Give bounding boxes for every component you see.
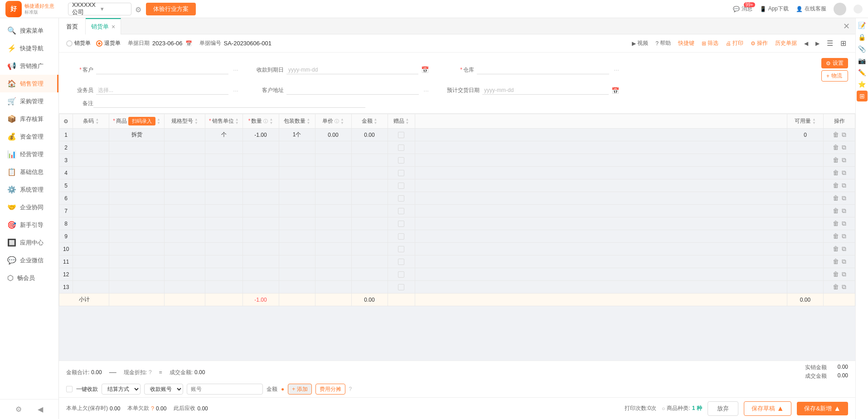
row-product[interactable]	[109, 167, 165, 179]
row-pack-qty[interactable]	[279, 243, 315, 255]
settings-icon[interactable]: ⚙	[135, 5, 142, 13]
gift-checkbox[interactable]	[398, 271, 404, 278]
list-view-button[interactable]: ☰	[825, 38, 835, 48]
row-copy-icon[interactable]: ⧉	[842, 245, 846, 253]
operate-button[interactable]: ⚙ 操作	[749, 39, 770, 48]
sidebar-item-marketing[interactable]: 📢 营销推广	[0, 57, 58, 75]
warehouse-input[interactable]: 建材仓	[477, 66, 609, 74]
row-unit[interactable]	[205, 243, 242, 255]
right-panel-grid-btn[interactable]: ⊞	[857, 91, 868, 101]
row-qty[interactable]	[242, 179, 279, 192]
sidebar-item-sales[interactable]: 🏠 销售管理	[0, 75, 58, 92]
sidebar-item-shortcut[interactable]: ⚡ 快捷导航	[0, 39, 58, 57]
sidebar-item-basic[interactable]: 📋 基础信息	[0, 163, 58, 181]
sidebar-item-search[interactable]: 🔍 搜索菜单	[0, 22, 58, 39]
row-unit-price[interactable]	[315, 154, 351, 167]
row-gift[interactable]	[388, 230, 415, 243]
row-delete-icon[interactable]: 🗑	[833, 131, 839, 139]
gift-checkbox[interactable]	[398, 195, 404, 202]
row-spec[interactable]	[164, 243, 205, 255]
row-product[interactable]	[109, 141, 165, 154]
history-button[interactable]: 历史单据	[773, 39, 799, 48]
next-button[interactable]: ▶	[814, 39, 821, 48]
row-spec[interactable]	[164, 205, 205, 217]
row-gift[interactable]	[388, 154, 415, 167]
filter-button[interactable]: ⊞ 筛选	[700, 39, 720, 48]
sidebar-item-finance[interactable]: 💰 资金管理	[0, 128, 58, 145]
row-delete-icon[interactable]: 🗑	[833, 194, 839, 202]
right-panel-camera-btn[interactable]: 📷	[857, 55, 868, 66]
sidebar-item-wechat[interactable]: 💬 企业微信	[0, 251, 58, 269]
payment-account-select[interactable]: 收款账号	[144, 384, 183, 395]
logistics-button[interactable]: + 物流	[821, 70, 848, 82]
row-barcode[interactable]	[73, 129, 109, 141]
row-gift[interactable]	[388, 129, 415, 141]
print-button[interactable]: 🖨 打印	[724, 39, 745, 48]
row-spec[interactable]	[164, 167, 205, 179]
row-delete-icon[interactable]: 🗑	[833, 169, 839, 177]
row-spec[interactable]	[164, 217, 205, 230]
row-qty[interactable]	[242, 243, 279, 255]
row-product[interactable]	[109, 281, 165, 294]
sidebar-item-purchase[interactable]: 🛒 采购管理	[0, 92, 58, 110]
row-gift[interactable]	[388, 217, 415, 230]
row-pack-qty[interactable]	[279, 230, 315, 243]
row-unit[interactable]: 个	[205, 129, 242, 141]
calendar-icon[interactable]: 📅	[185, 40, 192, 47]
tab-home[interactable]: 首页	[59, 18, 86, 34]
customer-addr-more-icon[interactable]: ···	[423, 87, 429, 94]
gift-checkbox[interactable]	[398, 183, 404, 189]
row-pack-qty[interactable]	[279, 154, 315, 167]
right-panel-lock-btn[interactable]: 🔒	[857, 32, 868, 43]
row-copy-icon[interactable]: ⧉	[842, 156, 846, 164]
row-qty[interactable]	[242, 167, 279, 179]
row-barcode[interactable]	[73, 255, 109, 268]
row-product[interactable]	[109, 179, 165, 192]
radio-return[interactable]: 退货单	[96, 39, 121, 47]
row-unit-price[interactable]	[315, 167, 351, 179]
grid-view-button[interactable]: ⊞	[839, 38, 848, 48]
row-qty[interactable]	[242, 154, 279, 167]
row-barcode[interactable]	[73, 192, 109, 205]
row-barcode[interactable]	[73, 154, 109, 167]
tab-bar-close-all[interactable]: ✕	[843, 21, 855, 31]
row-pack-qty[interactable]	[279, 281, 315, 294]
row-unit-price[interactable]	[315, 281, 351, 294]
row-amount[interactable]	[351, 230, 388, 243]
row-spec[interactable]	[164, 154, 205, 167]
row-spec[interactable]	[164, 230, 205, 243]
row-barcode[interactable]	[73, 281, 109, 294]
prev-button[interactable]: ◀	[802, 39, 810, 48]
help-button[interactable]: ? 帮助	[654, 39, 673, 48]
row-unit-price[interactable]	[315, 179, 351, 192]
online-service-button[interactable]: 👤 在线客服	[796, 5, 826, 13]
row-copy-icon[interactable]: ⧉	[842, 131, 846, 139]
row-unit-price[interactable]	[315, 243, 351, 255]
row-spec[interactable]	[164, 255, 205, 268]
row-gift[interactable]	[388, 167, 415, 179]
app-download-button[interactable]: 📱 App下载	[760, 5, 789, 13]
company-select[interactable]: XXXXXX公司 ▾	[68, 3, 131, 15]
row-copy-icon[interactable]: ⧉	[842, 258, 846, 265]
gift-checkbox[interactable]	[398, 259, 404, 265]
gift-checkbox[interactable]	[398, 208, 404, 214]
row-barcode[interactable]	[73, 205, 109, 217]
row-product[interactable]	[109, 205, 165, 217]
row-copy-icon[interactable]: ⧉	[842, 270, 846, 278]
row-amount[interactable]	[351, 281, 388, 294]
row-unit[interactable]	[205, 281, 242, 294]
sidebar-item-inventory[interactable]: 📦 库存核算	[0, 110, 58, 128]
video-button[interactable]: ▶ 视频	[630, 39, 650, 48]
right-panel-edit-btn[interactable]: 📝	[857, 20, 868, 31]
row-pack-qty[interactable]	[279, 141, 315, 154]
row-spec[interactable]	[164, 268, 205, 281]
row-unit[interactable]	[205, 167, 242, 179]
row-qty[interactable]	[242, 230, 279, 243]
row-pack-qty[interactable]	[279, 179, 315, 192]
row-unit-price[interactable]	[315, 192, 351, 205]
row-delete-icon[interactable]: 🗑	[833, 283, 839, 291]
row-unit[interactable]	[205, 230, 242, 243]
row-amount[interactable]	[351, 154, 388, 167]
gift-checkbox[interactable]	[398, 170, 404, 176]
row-barcode[interactable]	[73, 179, 109, 192]
